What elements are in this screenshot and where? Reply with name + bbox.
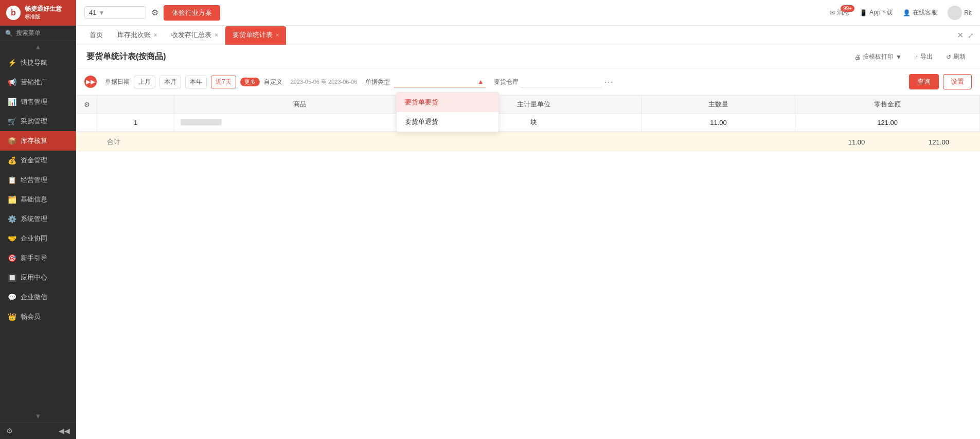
page-inner: 要货单统计表(按商品) 🖨 按模板打印 ▼ ↑ 导出 ↺ 刷新 [76, 45, 980, 439]
type-select-input[interactable] [394, 77, 486, 87]
date-custom-btn[interactable]: 自定义 [264, 78, 282, 86]
topbar: 41 ▼ ⚙ 体验行业方案 ✉ 消息 99+ 📱 App下载 👤 在线客服 R [76, 0, 980, 26]
date-filter-group: 单据日期 上月 本月 本年 近7天 更多 自定义 2023-05-06 至 20… [105, 76, 357, 88]
basic-icon: 🗂️ [7, 195, 16, 204]
tabs-actions: ✕ ⤢ [957, 30, 974, 40]
settings-icon: ⚙ [84, 101, 90, 108]
tab-order-stats-close[interactable]: × [276, 32, 279, 38]
sales-icon: 📊 [7, 98, 16, 106]
app-download-btn[interactable]: 📱 App下载 [860, 8, 893, 17]
collapse-icon[interactable]: ◀◀ [59, 427, 70, 435]
messages-btn[interactable]: ✉ 消息 99+ [830, 8, 849, 17]
tabs-close-all-btn[interactable]: ✕ [957, 30, 964, 40]
refresh-label: 刷新 [953, 52, 966, 61]
tab-batch-account[interactable]: 库存批次账 × [110, 26, 164, 45]
settings-icon[interactable]: ⚙ [6, 427, 13, 435]
inventory-icon: 📦 [7, 137, 16, 145]
user-menu[interactable]: Rit [948, 6, 972, 20]
sidebar-item-system[interactable]: ⚙️ 系统管理 [0, 209, 76, 229]
avatar [948, 6, 962, 20]
row-no-cell: 1 [97, 114, 174, 132]
type-select-wrapper: ▲ [394, 77, 486, 87]
sidebar-item-purchase[interactable]: 🛒 采购管理 [0, 112, 76, 131]
trial-btn[interactable]: 体验行业方案 [164, 5, 220, 21]
print-icon: 🖨 [854, 53, 861, 61]
page-content: 要货单统计表(按商品) 🖨 按模板打印 ▼ ↑ 导出 ↺ 刷新 [76, 45, 980, 439]
main-area: 41 ▼ ⚙ 体验行业方案 ✉ 消息 99+ 📱 App下载 👤 在线客服 R [76, 0, 980, 439]
sidebar-item-wechat[interactable]: 💬 企业微信 [0, 287, 76, 307]
sidebar-item-apps[interactable]: 🔲 应用中心 [0, 268, 76, 287]
tab-receive-summary-close[interactable]: × [215, 32, 218, 38]
sidebar-item-quick-nav[interactable]: ⚡ 快捷导航 [0, 53, 76, 72]
settings-btn[interactable]: 设置 [943, 74, 972, 89]
service-icon: 👤 [903, 9, 911, 16]
wechat-icon: 💬 [7, 293, 16, 301]
tab-batch-account-close[interactable]: × [154, 32, 157, 38]
footer-label: 合计 [107, 137, 120, 147]
warehouse-filter-label: 要货仓库 [494, 78, 519, 86]
sidebar-item-label: 库存核算 [21, 136, 47, 145]
sidebar-item-sales[interactable]: 📊 销售管理 [0, 92, 76, 112]
date-btn-last-month[interactable]: 上月 [134, 76, 155, 88]
filter-toggle-btn[interactable]: ▶▶ [84, 76, 97, 88]
online-service-btn[interactable]: 👤 在线客服 [903, 8, 937, 17]
page-header: 要货单统计表(按商品) 🖨 按模板打印 ▼ ↑ 导出 ↺ 刷新 [76, 45, 980, 68]
sidebar-item-inventory[interactable]: 📦 库存核算 [0, 131, 76, 151]
warehouse-input[interactable] [521, 77, 602, 87]
export-icon: ↑ [915, 53, 918, 61]
sidebar-item-enterprise[interactable]: 🤝 企业协同 [0, 229, 76, 248]
page-title: 要货单统计表(按商品) [86, 51, 166, 62]
tab-order-stats[interactable]: 要货单统计表 × [225, 26, 286, 45]
tabs-bar: 首页 库存批次账 × 收发存汇总表 × 要货单统计表 × ✕ ⤢ [76, 26, 980, 45]
date-btn-this-year[interactable]: 本年 [185, 76, 207, 88]
data-table: ⚙ 商品 主计量单位 主数量 零售金额 1 [76, 95, 980, 132]
page-header-actions: 🖨 按模板打印 ▼ ↑ 导出 ↺ 刷新 [850, 50, 970, 63]
col-settings-header[interactable]: ⚙ [77, 96, 97, 114]
online-service-label: 在线客服 [913, 8, 937, 17]
sidebar-bottom: ⚙ ◀◀ [0, 422, 76, 439]
sidebar-item-operations[interactable]: 📋 经营管理 [0, 170, 76, 190]
tabs-expand-btn[interactable]: ⤢ [968, 31, 974, 40]
row-amount-cell: 121.00 [795, 114, 980, 132]
sidebar-scroll-down[interactable]: ▼ [0, 410, 76, 422]
topbar-settings-icon[interactable]: ⚙ [151, 8, 158, 17]
warehouse-more-icon[interactable]: ⋯ [604, 76, 613, 87]
tab-home[interactable]: 首页 [82, 26, 110, 45]
refresh-btn[interactable]: ↺ 刷新 [942, 50, 970, 63]
marketing-icon: 📢 [7, 78, 16, 86]
topbar-right: ✉ 消息 99+ 📱 App下载 👤 在线客服 Rit [830, 6, 972, 20]
quick-nav-icon: ⚡ [7, 59, 16, 67]
sidebar-item-basic[interactable]: 🗂️ 基础信息 [0, 190, 76, 209]
company-selector[interactable]: 41 ▼ [84, 6, 146, 19]
purchase-icon: 🛒 [7, 117, 16, 125]
sidebar-search[interactable]: 🔍 搜索菜单 [0, 26, 76, 41]
sidebar-item-label: 基础信息 [21, 195, 47, 204]
enterprise-icon: 🤝 [7, 234, 16, 243]
operations-icon: 📋 [7, 176, 16, 184]
sidebar-item-label: 营销推广 [21, 78, 47, 87]
date-more-tag[interactable]: 更多 [240, 78, 260, 86]
table-row: 1 块 11.00 121.00 [77, 114, 980, 132]
footer-quantity: 11.00 [826, 138, 887, 146]
print-btn[interactable]: 🖨 按模板打印 ▼ [850, 50, 906, 63]
tab-batch-account-label: 库存批次账 [117, 30, 151, 40]
sidebar-item-label: 经营管理 [21, 175, 47, 185]
print-chevron-icon: ▼ [896, 53, 902, 61]
refresh-icon: ↺ [946, 53, 951, 61]
sidebar-item-label: 企业微信 [21, 292, 47, 302]
tab-receive-summary[interactable]: 收发存汇总表 × [164, 26, 225, 45]
sidebar-scroll-up[interactable]: ▲ [0, 41, 76, 53]
phone-icon: 📱 [860, 9, 867, 16]
sidebar-item-finance[interactable]: 💰 资金管理 [0, 151, 76, 170]
dropdown-item-order-goods[interactable]: 要货单要货 [397, 93, 498, 112]
query-btn[interactable]: 查询 [909, 74, 939, 89]
date-btn-this-month[interactable]: 本月 [159, 76, 181, 88]
date-filter-label: 单据日期 [105, 78, 130, 86]
sidebar-item-marketing[interactable]: 📢 营销推广 [0, 72, 76, 92]
sidebar-item-guide[interactable]: 🎯 新手引导 [0, 248, 76, 268]
dropdown-item-order-return[interactable]: 要货单退货 [397, 112, 498, 132]
date-btn-7days[interactable]: 近7天 [211, 76, 236, 88]
sidebar-item-member[interactable]: 👑 畅会员 [0, 307, 76, 326]
export-btn[interactable]: ↑ 导出 [911, 50, 937, 63]
sidebar-item-label: 应用中心 [21, 273, 47, 282]
